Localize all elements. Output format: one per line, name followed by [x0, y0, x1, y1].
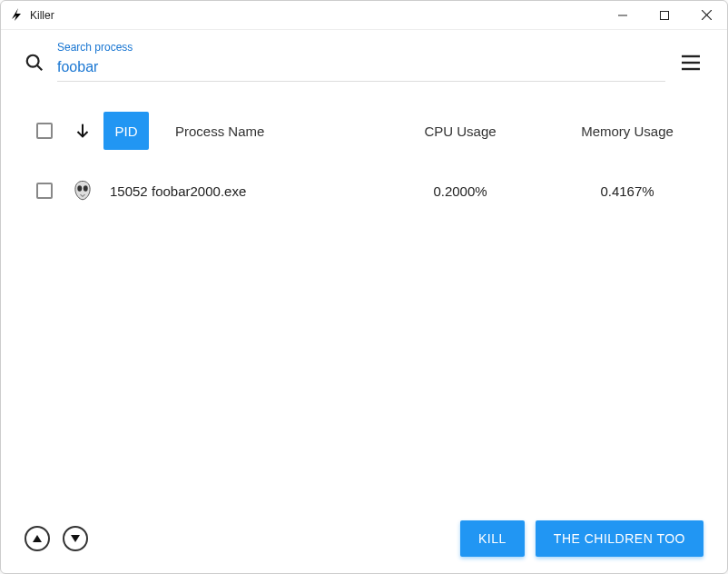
column-name-label[interactable]: Process Name — [175, 124, 264, 139]
kill-children-button[interactable]: THE CHILDREN TOO — [536, 520, 703, 557]
svg-point-10 — [77, 185, 82, 192]
svg-line-5 — [37, 64, 43, 70]
search-row: Search process — [25, 43, 703, 82]
row-process-name: foobar2000.exe — [152, 183, 246, 199]
window-title: Killer — [30, 9, 54, 22]
minimize-button[interactable] — [602, 1, 644, 30]
sort-arrow-icon[interactable] — [73, 121, 93, 141]
row-pid: 15052 — [110, 183, 148, 199]
scroll-up-button[interactable] — [25, 526, 50, 551]
row-cpu: 0.2000% — [433, 183, 487, 199]
search-input[interactable] — [57, 55, 665, 81]
maximize-button[interactable] — [644, 1, 685, 30]
search-field[interactable]: Search process — [57, 43, 665, 82]
column-cpu-label[interactable]: CPU Usage — [424, 124, 496, 139]
search-label: Search process — [57, 41, 133, 54]
footer: KILL THE CHILDREN TOO — [25, 510, 703, 557]
table-row[interactable]: 15052 foobar2000.exe 0.2000% 0.4167% — [25, 169, 703, 213]
process-icon — [70, 178, 95, 203]
svg-point-4 — [27, 54, 39, 66]
svg-marker-12 — [33, 535, 42, 542]
row-mem: 0.4167% — [600, 183, 654, 199]
search-icon — [25, 53, 44, 73]
svg-rect-1 — [661, 11, 669, 19]
table-header: PID Process Name CPU Usage Memory Usage — [25, 109, 703, 153]
titlebar: Killer — [1, 1, 727, 30]
svg-marker-13 — [71, 535, 80, 542]
menu-icon[interactable] — [678, 54, 703, 71]
kill-button[interactable]: KILL — [460, 520, 525, 557]
scroll-down-button[interactable] — [63, 526, 88, 551]
column-mem-label[interactable]: Memory Usage — [581, 124, 674, 139]
app-icon — [10, 6, 23, 25]
svg-point-11 — [84, 185, 88, 192]
select-all-checkbox[interactable] — [36, 123, 53, 139]
app-window: Killer Search process — [0, 0, 728, 574]
column-pid-label: PID — [114, 124, 137, 139]
column-pid-chip[interactable]: PID — [103, 112, 149, 150]
close-button[interactable] — [685, 1, 727, 30]
row-checkbox[interactable] — [36, 183, 53, 199]
